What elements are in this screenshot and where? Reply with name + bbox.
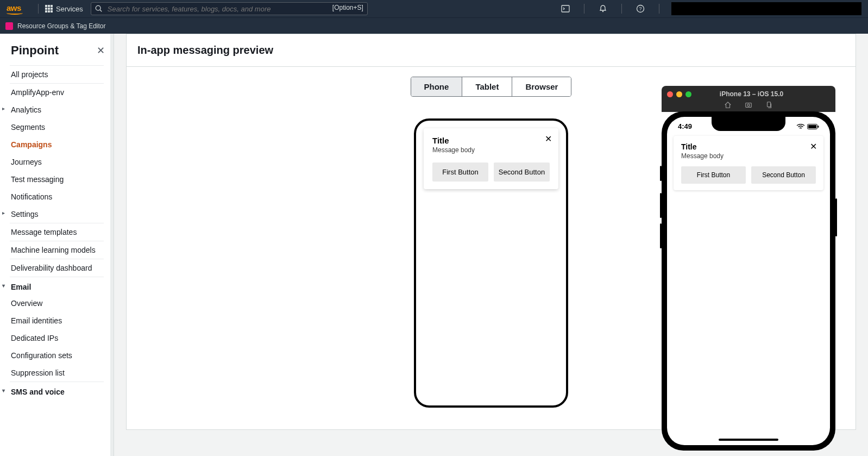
- status-time: 4:49: [678, 122, 692, 130]
- svg-rect-6: [746, 103, 752, 108]
- mute-switch: [660, 166, 662, 181]
- nav-divider: [38, 4, 39, 14]
- close-icon[interactable]: ✕: [97, 45, 105, 57]
- home-indicator[interactable]: [719, 439, 778, 441]
- svg-line-1: [100, 10, 102, 11]
- region-account-redacted[interactable]: [671, 2, 861, 15]
- sidebar-ml-models[interactable]: Machine learning models: [0, 241, 114, 259]
- battery-icon: [807, 124, 819, 129]
- nav-divider: [659, 4, 659, 14]
- svg-rect-10: [808, 125, 816, 128]
- iphone-device-frame: 4:49 ✕ Title Message body First Button S…: [662, 111, 835, 451]
- sidebar-campaigns[interactable]: Campaigns: [0, 136, 114, 153]
- home-icon[interactable]: [724, 101, 732, 109]
- close-icon[interactable]: ✕: [545, 134, 552, 144]
- resource-groups-link[interactable]: Resource Groups & Tag Editor: [17, 22, 106, 30]
- sidebar-settings[interactable]: Settings: [0, 205, 114, 223]
- sidebar-email-overview[interactable]: Overview: [0, 295, 114, 312]
- volume-down-button: [660, 223, 662, 248]
- sidebar-test-messaging[interactable]: Test messaging: [0, 171, 114, 188]
- first-button[interactable]: First Button: [681, 166, 746, 184]
- card-title: Title: [681, 142, 816, 151]
- card-body: Message body: [681, 152, 816, 160]
- service-title: Pinpoint: [11, 43, 59, 58]
- sidebar-analytics[interactable]: Analytics: [0, 101, 114, 118]
- aws-logo[interactable]: aws: [7, 3, 23, 15]
- grid-icon: [45, 5, 53, 13]
- cloudshell-icon[interactable]: [553, 4, 577, 13]
- sidebar-project-name[interactable]: AmplifyApp-env: [0, 84, 114, 101]
- close-icon[interactable]: ✕: [810, 141, 817, 152]
- sidebar-email-identities[interactable]: Email identities: [0, 312, 114, 329]
- sidebar-sms-section[interactable]: SMS and voice: [0, 382, 114, 399]
- search-input[interactable]: [91, 2, 368, 15]
- nav-divider: [621, 4, 622, 14]
- svg-rect-2: [562, 5, 569, 12]
- simulator-title: iPhone 13 – iOS 15.0: [673, 90, 830, 98]
- second-button[interactable]: Second Button: [494, 163, 550, 182]
- svg-rect-11: [818, 126, 819, 128]
- sidebar-message-templates[interactable]: Message templates: [0, 223, 114, 241]
- wifi-icon: [796, 124, 805, 129]
- sidebar-config-sets[interactable]: Configuration sets: [0, 347, 114, 364]
- resource-groups-icon: [5, 22, 13, 30]
- service-favorites-bar: Resource Groups & Tag Editor: [0, 17, 868, 34]
- toggle-tablet[interactable]: Tablet: [462, 77, 512, 96]
- inapp-message-card-sim: ✕ Title Message body First Button Second…: [674, 136, 823, 190]
- services-label: Services: [56, 5, 83, 13]
- nav-right: ?: [553, 2, 861, 15]
- ios-simulator-window: iPhone 13 – iOS 15.0: [662, 86, 835, 451]
- search-icon: [95, 5, 103, 13]
- sidebar-notifications[interactable]: Notifications: [0, 188, 114, 205]
- global-search[interactable]: [Option+S]: [91, 2, 368, 15]
- services-menu[interactable]: Services: [45, 5, 83, 13]
- nav-divider: [584, 4, 584, 14]
- first-button[interactable]: First Button: [432, 163, 488, 182]
- card-body: Message body: [432, 146, 550, 154]
- sidebar-segments[interactable]: Segments: [0, 118, 114, 136]
- sidebar-dedicated-ips[interactable]: Dedicated IPs: [0, 329, 114, 347]
- search-shortcut: [Option+S]: [332, 4, 363, 11]
- toggle-browser[interactable]: Browser: [512, 77, 571, 96]
- svg-rect-8: [768, 102, 771, 107]
- panel-title: In-app messaging preview: [127, 34, 856, 67]
- svg-point-0: [96, 5, 100, 10]
- sidebar-all-projects[interactable]: All projects: [0, 66, 114, 83]
- inapp-message-card: ✕ Title Message body First Button Second…: [424, 128, 558, 189]
- screenshot-icon[interactable]: [745, 101, 752, 109]
- global-nav: aws Services [Option+S] ?: [0, 0, 868, 17]
- volume-up-button: [660, 193, 662, 218]
- aws-logo-text: aws: [7, 3, 21, 13]
- second-button[interactable]: Second Button: [751, 166, 816, 184]
- simulator-titlebar[interactable]: iPhone 13 – iOS 15.0: [662, 86, 835, 112]
- svg-text:?: ?: [639, 6, 641, 11]
- close-window-icon[interactable]: [667, 91, 673, 97]
- copy-icon[interactable]: [765, 101, 773, 109]
- sidebar-email-section[interactable]: Email: [0, 277, 114, 295]
- simulator-toolbar: [667, 101, 830, 109]
- help-icon[interactable]: ?: [628, 4, 652, 13]
- sidebar: Pinpoint ✕ All projects AmplifyApp-env A…: [0, 34, 114, 456]
- notifications-icon[interactable]: [591, 4, 615, 13]
- main-content: In-app messaging preview Phone Tablet Br…: [114, 34, 868, 456]
- phone-mockup: ✕ Title Message body First Button Second…: [414, 118, 568, 408]
- sidebar-deliverability[interactable]: Deliverability dashboard: [0, 259, 114, 277]
- sidebar-suppression[interactable]: Suppression list: [0, 364, 114, 382]
- svg-point-7: [747, 104, 750, 106]
- notch: [712, 117, 785, 131]
- iphone-screen: 4:49 ✕ Title Message body First Button S…: [667, 117, 830, 445]
- toggle-phone[interactable]: Phone: [411, 77, 463, 96]
- power-button: [835, 198, 837, 236]
- sidebar-journeys[interactable]: Journeys: [0, 153, 114, 171]
- device-toggle: Phone Tablet Browser: [411, 77, 572, 97]
- card-title: Title: [432, 136, 550, 145]
- svg-point-3: [602, 11, 603, 12]
